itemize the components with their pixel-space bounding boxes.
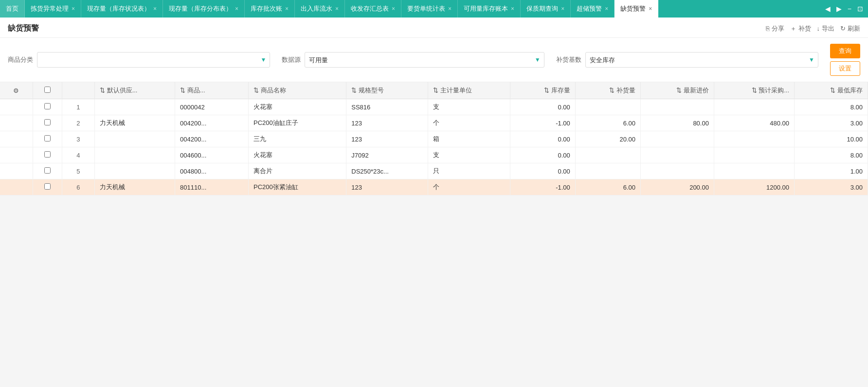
tab-item-11[interactable]: 缺货预警× bbox=[615, 0, 658, 18]
row-settings-3[interactable] bbox=[0, 147, 33, 163]
export-button[interactable]: ↓ 导出 bbox=[817, 24, 835, 33]
row-min-5: 3.00 bbox=[795, 179, 868, 195]
tab-close-11[interactable]: × bbox=[649, 5, 652, 12]
row-supplier-5: 力天机械 bbox=[95, 179, 175, 195]
col-header-stock[interactable]: ⇅ 库存量 bbox=[510, 82, 575, 99]
row-restock-0 bbox=[575, 99, 640, 115]
row-name-5: PC200张紧油缸 bbox=[249, 179, 346, 195]
row-spec-0: SS816 bbox=[346, 99, 428, 115]
query-button[interactable]: 查询 bbox=[830, 44, 860, 58]
tab-close-5[interactable]: × bbox=[335, 5, 339, 12]
refresh-button[interactable]: ↻ 刷新 bbox=[840, 24, 860, 33]
select-all-checkbox[interactable] bbox=[44, 87, 51, 93]
datasource-select[interactable]: 可用量 bbox=[305, 52, 544, 68]
row-checkbox-1[interactable] bbox=[44, 119, 51, 125]
table-row: 2 力天机械 004200... PC200油缸庄子 123 个 -1.00 6… bbox=[0, 115, 868, 131]
tab-minimize-button[interactable]: − bbox=[845, 3, 854, 15]
row-settings-5[interactable] bbox=[0, 179, 33, 195]
row-settings-2[interactable] bbox=[0, 131, 33, 147]
tab-close-7[interactable]: × bbox=[448, 5, 452, 12]
tab-close-6[interactable]: × bbox=[392, 5, 395, 12]
row-checkbox-4[interactable] bbox=[44, 167, 51, 174]
row-spec-2: 123 bbox=[346, 131, 428, 147]
tab-item-7[interactable]: 要货单统计表× bbox=[401, 0, 458, 18]
share-icon: ⎘ bbox=[766, 25, 770, 32]
row-num-3: 4 bbox=[62, 147, 94, 163]
row-restock-4 bbox=[575, 163, 640, 179]
tab-item-1[interactable]: 拣货异常处理× bbox=[25, 0, 81, 18]
tab-item-0[interactable]: 首页 bbox=[0, 0, 25, 18]
row-supplier-2 bbox=[95, 131, 175, 147]
row-checkbox-cell-5[interactable] bbox=[33, 179, 62, 195]
row-unit-5: 个 bbox=[428, 179, 510, 195]
restock-button[interactable]: ＋ 补货 bbox=[790, 24, 811, 33]
row-checkbox-cell-1[interactable] bbox=[33, 115, 62, 131]
col-header-restock[interactable]: ⇅ 补货量 bbox=[575, 82, 640, 99]
row-checkbox-3[interactable] bbox=[44, 151, 51, 158]
settings-button[interactable]: 设置 bbox=[830, 61, 860, 76]
tab-item-5[interactable]: 出入库流水× bbox=[295, 0, 345, 18]
tab-close-10[interactable]: × bbox=[605, 5, 608, 12]
col-header-settings[interactable]: ⚙ bbox=[0, 82, 33, 99]
row-checkbox-cell-2[interactable] bbox=[33, 131, 62, 147]
row-price-1: 80.00 bbox=[641, 115, 714, 131]
row-settings-0[interactable] bbox=[0, 99, 33, 115]
tab-prev-button[interactable]: ◀ bbox=[822, 3, 833, 15]
tab-next-button[interactable]: ▶ bbox=[833, 3, 845, 15]
tab-item-2[interactable]: 现存量（库存状况表）× bbox=[81, 0, 163, 18]
category-select[interactable] bbox=[37, 52, 270, 68]
row-min-4: 1.00 bbox=[795, 163, 868, 179]
category-label: 商品分类 bbox=[8, 55, 33, 64]
row-name-4: 离合片 bbox=[249, 163, 346, 179]
share-button[interactable]: ⎘ 分享 bbox=[766, 24, 784, 33]
col-header-code[interactable]: ⇅ 商品... bbox=[175, 82, 249, 99]
tab-item-9[interactable]: 保质期查询× bbox=[521, 0, 571, 18]
row-supplier-0 bbox=[95, 99, 175, 115]
col-header-supplier[interactable]: ⇅ 默认供应... bbox=[95, 82, 175, 99]
settings-icon: ⚙ bbox=[13, 87, 19, 94]
col-header-name[interactable]: ⇅ 商品名称 bbox=[249, 82, 346, 99]
tab-item-8[interactable]: 可用量库存账本× bbox=[458, 0, 521, 18]
tab-item-10[interactable]: 超储预警× bbox=[571, 0, 615, 18]
row-num-2: 3 bbox=[62, 131, 94, 147]
col-header-checkbox[interactable] bbox=[33, 82, 62, 99]
tab-close-8[interactable]: × bbox=[511, 5, 514, 12]
header-actions: ⎘ 分享 ＋ 补货 ↓ 导出 ↻ 刷新 bbox=[766, 24, 861, 33]
row-price-4 bbox=[641, 163, 714, 179]
row-code-4: 004800... bbox=[175, 163, 249, 179]
tab-close-9[interactable]: × bbox=[561, 5, 564, 12]
row-stock-2: 0.00 bbox=[510, 131, 575, 147]
col-header-unit[interactable]: ⇅ 主计量单位 bbox=[428, 82, 510, 99]
row-unit-3: 支 bbox=[428, 147, 510, 163]
tab-item-4[interactable]: 库存批次账× bbox=[245, 0, 295, 18]
est-sort-icon: ⇅ bbox=[752, 87, 757, 94]
restock-base-select[interactable]: 安全库存 bbox=[585, 52, 818, 68]
table-row: 5 004800... 离合片 DS250*23c... 只 0.00 1.00 bbox=[0, 163, 868, 179]
tab-close-3[interactable]: × bbox=[235, 5, 238, 12]
row-unit-4: 只 bbox=[428, 163, 510, 179]
row-unit-2: 箱 bbox=[428, 131, 510, 147]
row-checkbox-0[interactable] bbox=[44, 103, 51, 109]
tab-close-2[interactable]: × bbox=[153, 5, 157, 12]
row-settings-1[interactable] bbox=[0, 115, 33, 131]
row-checkbox-cell-4[interactable] bbox=[33, 163, 62, 179]
row-checkbox-cell-3[interactable] bbox=[33, 147, 62, 163]
row-checkbox-cell-0[interactable] bbox=[33, 99, 62, 115]
col-header-est[interactable]: ⇅ 预计采购... bbox=[714, 82, 794, 99]
category-select-wrapper: ▼ bbox=[37, 52, 270, 68]
tab-item-3[interactable]: 现存量（库存分布表）× bbox=[163, 0, 245, 18]
col-header-min[interactable]: ⇅ 最低库存 bbox=[795, 82, 868, 99]
tab-restore-button[interactable]: ⊡ bbox=[854, 3, 866, 15]
row-checkbox-5[interactable] bbox=[44, 183, 51, 190]
tab-close-4[interactable]: × bbox=[285, 5, 289, 12]
tab-close-1[interactable]: × bbox=[72, 5, 75, 12]
row-restock-1: 6.00 bbox=[575, 115, 640, 131]
tab-item-6[interactable]: 收发存汇总表× bbox=[345, 0, 401, 18]
row-price-5: 200.00 bbox=[641, 179, 714, 195]
row-checkbox-2[interactable] bbox=[44, 135, 51, 141]
row-min-0: 8.00 bbox=[795, 99, 868, 115]
row-settings-4[interactable] bbox=[0, 163, 33, 179]
col-header-price[interactable]: ⇅ 最新进价 bbox=[641, 82, 714, 99]
tab-navigation: ◀ ▶ − ⊡ bbox=[820, 3, 868, 15]
col-header-spec[interactable]: ⇅ 规格型号 bbox=[346, 82, 428, 99]
